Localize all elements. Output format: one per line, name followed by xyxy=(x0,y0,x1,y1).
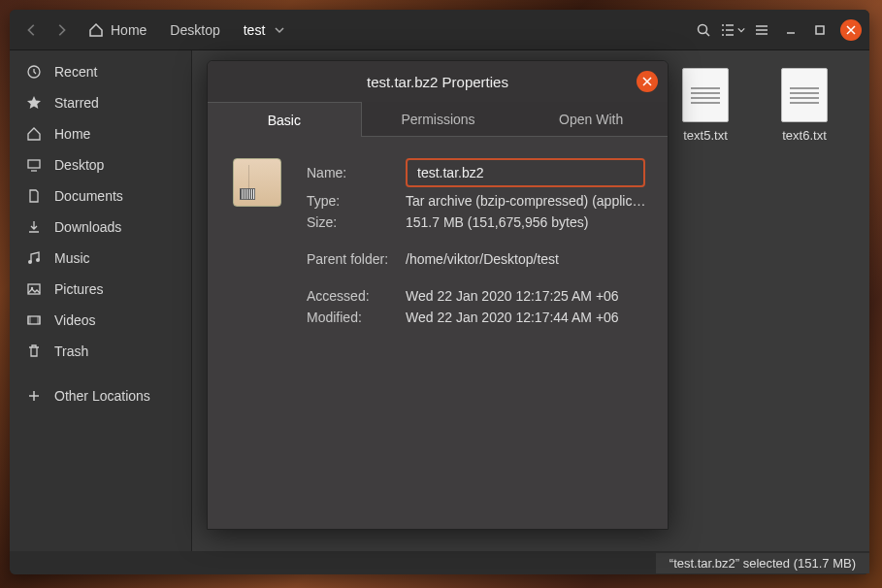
tab-label: Basic xyxy=(268,113,301,128)
window-close-button[interactable] xyxy=(840,19,862,41)
tab-open-with[interactable]: Open With xyxy=(514,102,668,137)
dialog-header: test.tar.bz2 Properties xyxy=(208,61,668,102)
sidebar-item-music[interactable]: Music xyxy=(10,243,191,274)
sidebar-item-label: Pictures xyxy=(54,281,104,297)
sidebar-item-documents[interactable]: Documents xyxy=(10,180,191,212)
maximize-button[interactable] xyxy=(805,16,834,44)
search-icon xyxy=(696,22,711,38)
chevron-left-icon xyxy=(25,23,39,37)
sidebar-item-label: Starred xyxy=(54,95,99,111)
download-icon xyxy=(25,219,43,235)
text-file-icon xyxy=(682,68,729,122)
breadcrumb-desktop[interactable]: Desktop xyxy=(158,16,231,44)
minimize-icon xyxy=(784,23,798,37)
sidebar-item-desktop[interactable]: Desktop xyxy=(10,149,191,180)
sidebar-item-downloads[interactable]: Downloads xyxy=(10,212,191,243)
accessed-label: Accessed: xyxy=(307,288,406,304)
svg-point-7 xyxy=(28,260,32,264)
desktop-icon xyxy=(25,157,43,173)
sidebar: Recent Starred Home Desktop Documents Do… xyxy=(10,50,192,551)
trash-icon xyxy=(25,343,43,359)
modified-label: Modified: xyxy=(307,310,406,325)
document-icon xyxy=(25,188,43,204)
forward-button[interactable] xyxy=(47,16,76,44)
tab-label: Open With xyxy=(559,112,623,127)
modified-value: Wed 22 Jan 2020 12:17:44 AM +06 xyxy=(406,310,645,325)
breadcrumb-home[interactable]: Home xyxy=(76,16,158,44)
sidebar-item-label: Trash xyxy=(54,343,88,359)
maximize-icon xyxy=(813,23,827,37)
view-toggle-button[interactable] xyxy=(718,16,747,44)
sidebar-item-label: Home xyxy=(54,126,90,142)
file-item[interactable]: text6.txt xyxy=(767,68,842,143)
name-label: Name: xyxy=(307,165,406,180)
sidebar-item-label: Downloads xyxy=(54,219,121,235)
home-icon xyxy=(25,126,43,142)
properties-dialog: test.tar.bz2 Properties Basic Permission… xyxy=(207,60,669,530)
sidebar-item-pictures[interactable]: Pictures xyxy=(10,274,191,305)
dialog-title: test.tar.bz2 Properties xyxy=(367,74,508,90)
close-icon xyxy=(846,25,856,35)
tab-basic[interactable]: Basic xyxy=(208,102,362,137)
sidebar-item-starred[interactable]: Starred xyxy=(10,87,191,118)
name-input[interactable] xyxy=(406,158,645,187)
status-text: “test.tar.bz2” selected (151.7 MB) xyxy=(656,553,869,573)
parent-value: /home/viktor/Desktop/test xyxy=(406,251,645,267)
breadcrumb-label: Desktop xyxy=(170,22,219,38)
picture-icon xyxy=(25,281,43,297)
search-button[interactable] xyxy=(689,16,718,44)
tab-permissions[interactable]: Permissions xyxy=(362,102,515,137)
file-item[interactable]: text5.txt xyxy=(668,68,743,143)
video-icon xyxy=(25,312,43,328)
sidebar-item-label: Other Locations xyxy=(54,388,150,404)
plus-icon xyxy=(25,388,43,404)
close-icon xyxy=(642,77,652,86)
sidebar-item-label: Desktop xyxy=(54,157,104,173)
menu-button[interactable] xyxy=(747,16,776,44)
music-icon xyxy=(25,250,43,266)
sidebar-item-label: Documents xyxy=(54,188,123,204)
home-icon xyxy=(87,22,105,38)
svg-rect-9 xyxy=(28,284,40,294)
list-view-icon xyxy=(720,22,735,38)
dialog-tabs: Basic Permissions Open With xyxy=(208,102,668,137)
size-label: Size: xyxy=(307,214,406,230)
sidebar-item-trash[interactable]: Trash xyxy=(10,336,191,367)
file-name: text5.txt xyxy=(683,128,728,143)
sidebar-item-label: Recent xyxy=(54,64,97,80)
minimize-button[interactable] xyxy=(776,16,805,44)
back-button[interactable] xyxy=(17,16,47,44)
svg-rect-5 xyxy=(28,160,40,168)
accessed-value: Wed 22 Jan 2020 12:17:25 AM +06 xyxy=(406,288,645,304)
chevron-down-icon xyxy=(737,26,745,34)
svg-point-0 xyxy=(699,24,707,33)
sidebar-item-home[interactable]: Home xyxy=(10,118,191,149)
chevron-down-icon xyxy=(271,25,288,35)
type-label: Type: xyxy=(307,193,406,209)
type-value: Tar archive (bzip-compressed) (applic… xyxy=(406,193,645,209)
breadcrumb-label: Home xyxy=(111,22,147,38)
sidebar-item-label: Videos xyxy=(54,312,96,328)
sidebar-item-recent[interactable]: Recent xyxy=(10,56,191,87)
chevron-right-icon xyxy=(54,23,68,37)
size-value: 151.7 MB (151,675,956 bytes) xyxy=(406,214,645,230)
file-name: text6.txt xyxy=(782,128,827,143)
sidebar-item-other-locations[interactable]: Other Locations xyxy=(10,380,191,411)
svg-rect-3 xyxy=(816,26,824,34)
statusbar: “test.tar.bz2” selected (151.7 MB) xyxy=(10,551,869,574)
clock-icon xyxy=(25,64,43,80)
parent-label: Parent folder: xyxy=(307,251,406,267)
sidebar-item-label: Music xyxy=(54,250,90,266)
svg-line-1 xyxy=(706,32,710,36)
file-thumbnail xyxy=(233,158,281,207)
headerbar: Home Desktop test xyxy=(10,10,869,50)
text-file-icon xyxy=(781,68,828,122)
sidebar-item-videos[interactable]: Videos xyxy=(10,305,191,336)
breadcrumb-label: test xyxy=(244,22,266,38)
star-icon xyxy=(25,95,43,111)
breadcrumb-test[interactable]: test xyxy=(232,16,301,44)
dialog-body: Name: Type: Tar archive (bzip-compressed… xyxy=(208,137,668,529)
tab-label: Permissions xyxy=(401,112,474,127)
dialog-close-button[interactable] xyxy=(637,71,658,92)
hamburger-icon xyxy=(754,22,769,38)
